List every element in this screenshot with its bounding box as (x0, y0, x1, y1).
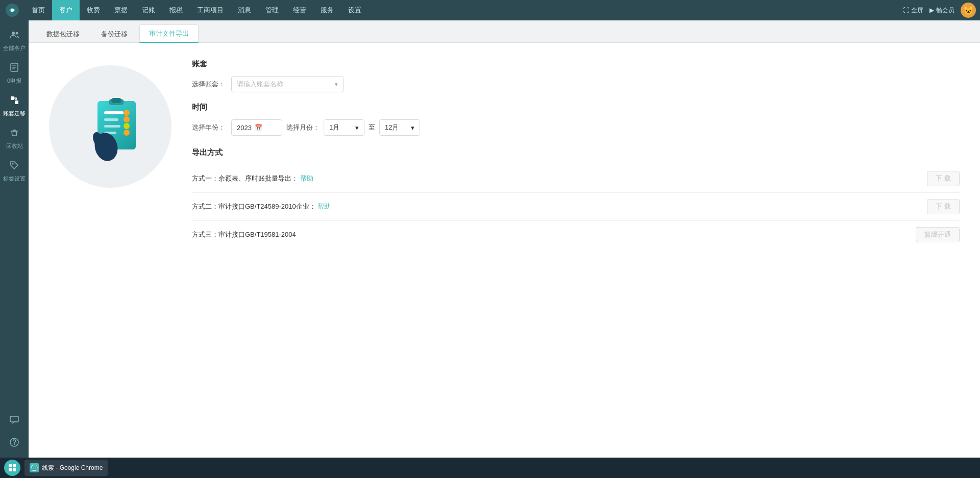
svg-rect-6 (15, 100, 18, 104)
fullscreen-label: 全屏 (911, 6, 923, 15)
sidebar-item-migration[interactable]: 账套迁移 (0, 90, 29, 122)
chevron-down-icon: ▾ (335, 81, 338, 88)
member-button[interactable]: ▶ 畅会员 (929, 6, 954, 15)
tab-audit-export[interactable]: 审计文件导出 (139, 24, 199, 43)
fullscreen-icon: ⛶ (903, 7, 909, 14)
sidebar-item-recycle[interactable]: 回收站 (0, 122, 29, 155)
nav-invoice[interactable]: 票据 (107, 0, 135, 20)
export-section: 导出方式 方式一：余额表、序时账批量导出： 帮助 下 载 方式二：审计接口GB/… (192, 148, 960, 248)
account-select-label: 选择账套： (192, 80, 225, 89)
export-method-2: 方式二：审计接口GB/T24589-2010企业： 帮助 下 载 (192, 193, 960, 221)
month-label: 选择月份： (286, 123, 320, 132)
calendar-icon: 📅 (255, 124, 262, 131)
svg-rect-28 (13, 468, 16, 471)
svg-point-7 (12, 163, 14, 165)
month-from-select[interactable]: 1月 ▾ (324, 119, 364, 136)
nav-customer[interactable]: 客户 (52, 0, 80, 20)
chrome-icon (30, 463, 39, 472)
nav-message[interactable]: 消息 (231, 0, 258, 20)
main-layout: 全部客户 0申报 账套迁移 (0, 20, 980, 458)
sidebar: 全部客户 0申报 账套迁移 (0, 20, 29, 458)
sidebar-label-allcustomers: 全部客户 (3, 44, 26, 52)
year-input[interactable]: 2023 📅 (231, 119, 282, 136)
method-2-help-link[interactable]: 帮助 (317, 203, 331, 210)
member-label: 畅会员 (936, 6, 954, 15)
nav-accounting[interactable]: 记账 (135, 0, 162, 20)
sidebar-label-tagsettings: 标签设置 (3, 175, 26, 183)
top-nav: 首页 客户 收费 票据 记账 报税 工商项目 消息 管理 经营 服务 设置 ⛶ … (0, 0, 980, 20)
export-method-1: 方式一：余额表、序时账批量导出： 帮助 下 载 (192, 165, 960, 193)
export-method-3: 方式三：审计接口GB/T19581-2004 暂缓开通 (192, 221, 960, 248)
method-3-text: 方式三：审计接口GB/T19581-2004 (192, 230, 296, 239)
month-from-value: 1月 (329, 123, 339, 132)
sidebar-label-migration: 账套迁移 (3, 110, 26, 117)
year-value: 2023 (237, 124, 252, 132)
svg-rect-5 (11, 96, 14, 100)
taskbar-browser-label: 线索 - Google Chrome (42, 464, 103, 472)
account-section-title: 账套 (192, 59, 960, 69)
svg-rect-26 (13, 464, 16, 467)
sidebar-label-recycle: 回收站 (6, 142, 23, 150)
account-select-row: 选择账套： 请输入账套名称 ▾ (192, 76, 960, 92)
content-area: 数据包迁移 备份迁移 审计文件导出 (29, 20, 980, 458)
sidebar-label-zerodeclaration: 0申报 (7, 77, 21, 85)
method-2-text: 方式二：审计接口GB/T24589-2010企业： 帮助 (192, 202, 331, 211)
time-row: 选择年份： 2023 📅 选择月份： 1月 ▾ 至 12月 (192, 119, 960, 136)
sidebar-item-zerodeclaration[interactable]: 0申报 (0, 57, 29, 90)
svg-point-18 (124, 116, 130, 122)
member-icon: ▶ (929, 7, 934, 14)
nav-fee[interactable]: 收费 (80, 0, 107, 20)
year-label: 选择年份： (192, 123, 225, 132)
nav-home[interactable]: 首页 (24, 0, 52, 20)
illustration-circle (49, 65, 172, 188)
svg-point-19 (124, 123, 130, 129)
svg-rect-14 (104, 118, 118, 121)
svg-rect-13 (104, 111, 124, 114)
method-1-download-button[interactable]: 下 载 (927, 171, 960, 186)
svg-point-1 (11, 9, 14, 12)
method-2-label: 方式二：审计接口GB/T24589-2010企业： (192, 203, 316, 210)
nav-settings[interactable]: 设置 (341, 0, 369, 20)
tab-bar: 数据包迁移 备份迁移 审计文件导出 (29, 20, 980, 43)
svg-point-10 (14, 444, 15, 445)
taskbar-browser-item[interactable]: 线索 - Google Chrome (24, 460, 108, 476)
sidebar-item-tagsettings[interactable]: 标签设置 (0, 155, 29, 188)
time-section-title: 时间 (192, 103, 960, 112)
method-2-download-button[interactable]: 下 载 (927, 199, 960, 214)
sidebar-item-allcustomers[interactable]: 全部客户 (0, 24, 29, 57)
help-icon-btn[interactable] (0, 433, 29, 451)
avatar[interactable]: 🐱 (961, 3, 976, 18)
taskbar-start-button[interactable] (4, 460, 20, 476)
svg-rect-15 (104, 125, 120, 128)
nav-service[interactable]: 服务 (313, 0, 341, 20)
nav-operation[interactable]: 经营 (286, 0, 313, 20)
month-from-arrow: ▾ (355, 124, 359, 132)
app-logo[interactable] (4, 2, 20, 18)
tab-backup-migration[interactable]: 备份迁移 (91, 24, 137, 43)
svg-rect-27 (9, 468, 12, 471)
taskbar: 线索 - Google Chrome (0, 458, 980, 478)
nav-items: 首页 客户 收费 票据 记账 报税 工商项目 消息 管理 经营 服务 设置 (24, 0, 903, 20)
method-1-text: 方式一：余额表、序时账批量导出： 帮助 (192, 174, 313, 183)
nav-manage[interactable]: 管理 (258, 0, 286, 20)
chat-icon-btn[interactable] (0, 411, 29, 429)
tagsettings-icon (9, 160, 19, 173)
nav-tax[interactable]: 报税 (162, 0, 190, 20)
illustration-area (49, 55, 172, 445)
migration-icon (9, 95, 19, 108)
month-to-select[interactable]: 12月 ▾ (379, 119, 420, 136)
tab-data-migration[interactable]: 数据包迁移 (37, 24, 89, 43)
svg-point-3 (16, 32, 18, 35)
method-3-open-button[interactable]: 暂缓开通 (916, 227, 960, 242)
method-1-label: 方式一：余额表、序时账批量导出： (192, 174, 298, 182)
fullscreen-button[interactable]: ⛶ 全屏 (903, 6, 923, 15)
page-content: 账套 选择账套： 请输入账套名称 ▾ 时间 选择年份： 2023 📅 (29, 43, 980, 458)
method-1-help-link[interactable]: 帮助 (300, 174, 313, 182)
to-text: 至 (369, 123, 375, 132)
nav-business[interactable]: 工商项目 (190, 0, 231, 20)
method-3-label: 方式三：审计接口GB/T19581-2004 (192, 231, 296, 238)
time-inputs: 2023 📅 选择月份： 1月 ▾ 至 12月 ▾ (231, 119, 420, 136)
account-select[interactable]: 请输入账套名称 ▾ (231, 76, 344, 92)
zerodeclaration-icon (9, 62, 19, 75)
month-to-arrow: ▾ (411, 124, 414, 132)
